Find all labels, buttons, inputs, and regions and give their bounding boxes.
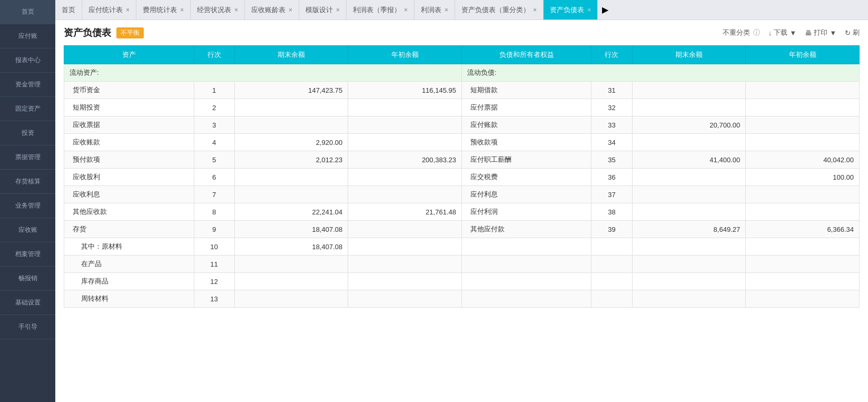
asset-name-cell: 应收利息 (64, 186, 194, 203)
refresh-label: 刷 (853, 28, 860, 37)
asset-name-cell: 预付款项 (64, 151, 194, 169)
header-actions: 不重分类 ⓘ ↓ 下载 ▼ 🖶 打印 ▼ ↻ 刷 (723, 28, 860, 37)
table-row: 其他应收款 8 22,241.04 21,761.48 应付利润 38 (64, 203, 860, 221)
liability-year-start-cell (746, 203, 860, 221)
sidebar-item-guide[interactable]: 手引导 (0, 315, 55, 339)
liability-period-end-cell: 8,649.27 (632, 221, 746, 238)
liability-year-start-cell (746, 238, 860, 256)
sidebar-item-home[interactable]: 首页 (0, 0, 55, 24)
tab-payable-stats[interactable]: 应付统计表 × (82, 0, 136, 20)
liability-period-end-cell: 20,700.00 (632, 116, 746, 134)
asset-name-cell: 库存商品 (64, 273, 194, 290)
tab-home[interactable]: 首页 (55, 0, 82, 20)
tab-business-status[interactable]: 经营状况表 × (191, 0, 245, 20)
liability-period-end-cell (632, 82, 746, 99)
download-btn[interactable]: ↓ 下载 ▼ (768, 28, 796, 37)
refresh-btn[interactable]: ↻ 刷 (845, 28, 860, 37)
asset-period-end-cell (234, 169, 348, 186)
sidebar-item-investment[interactable]: 投资 (0, 121, 55, 145)
liability-name-cell (461, 290, 591, 308)
th-row-num: 行次 (194, 46, 234, 64)
tab-expense-stats[interactable]: 费用统计表 × (136, 0, 191, 20)
asset-name-cell: 应收股利 (64, 169, 194, 186)
liability-row-num-cell: 38 (591, 203, 632, 221)
liability-row-num-cell: 32 (591, 99, 632, 116)
tab-balance-close[interactable]: × (587, 6, 591, 14)
tab-profit-quarterly[interactable]: 利润表（季报） × (347, 0, 415, 20)
tab-template-design-close[interactable]: × (336, 6, 340, 14)
tab-bar: 首页 应付统计表 × 费用统计表 × 经营状况表 × 应收账龄表 × 模版设计 … (55, 0, 868, 20)
tab-profit-close[interactable]: × (445, 6, 448, 14)
tab-expense-stats-close[interactable]: × (180, 6, 184, 14)
liability-year-start-cell (746, 82, 860, 99)
table-row: 短期投资 2 应付票据 32 (64, 99, 860, 116)
sidebar-item-fund[interactable]: 资金管理 (0, 73, 55, 97)
print-icon: 🖶 (805, 29, 812, 37)
tab-profit[interactable]: 利润表 × (415, 0, 455, 20)
th-liability: 负债和所有者权益 (461, 46, 591, 64)
th-period-end2: 期末余额 (632, 46, 746, 64)
sidebar-item-payable[interactable]: 应付账 (0, 24, 55, 48)
asset-row-num-cell: 9 (194, 221, 234, 238)
liability-year-start-cell: 40,042.00 (746, 151, 860, 169)
sidebar-item-report-center[interactable]: 报表中心 (0, 48, 55, 73)
liability-name-cell: 应付利润 (461, 203, 591, 221)
asset-name-cell: 在产品 (64, 256, 194, 273)
tab-balance-reclassify-label: 资产负债表（重分类） (461, 5, 530, 15)
sidebar-item-archive[interactable]: 档案管理 (0, 242, 55, 267)
page-title-area: 资产负债表 不平衡 (64, 26, 144, 39)
sidebar-item-business[interactable]: 业务管理 (0, 194, 55, 218)
tab-home-label: 首页 (62, 5, 75, 15)
report-table: 资产 行次 期末余额 年初余额 负债和所有者权益 行次 期末余额 年初余额 流动… (64, 45, 860, 308)
table-row: 应收账款 4 2,920.00 预收款项 34 (64, 134, 860, 151)
tab-scroll-right-arrow[interactable]: ▶ (598, 5, 613, 15)
sidebar-label-report-center: 报表中心 (15, 56, 41, 64)
liability-name-cell (461, 273, 591, 290)
asset-row-num-cell: 1 (194, 82, 234, 99)
sidebar-item-ticket[interactable]: 票据管理 (0, 145, 55, 170)
sidebar-item-receivable[interactable]: 应收账 (0, 218, 55, 242)
tab-business-status-close[interactable]: × (234, 6, 238, 14)
liability-name-cell: 短期借款 (461, 82, 591, 99)
th-year-start: 年初余额 (348, 46, 462, 64)
liability-period-end-cell (632, 256, 746, 273)
sidebar-item-sales[interactable]: 畅报销 (0, 267, 55, 291)
tab-balance-label: 资产负债表 (550, 5, 584, 15)
sidebar-label-business: 业务管理 (15, 202, 41, 209)
sidebar-label-receivable: 应收账 (18, 226, 37, 233)
liability-year-start-cell (746, 134, 860, 151)
print-btn[interactable]: 🖶 打印 ▼ (805, 28, 836, 37)
asset-year-start-cell (348, 273, 462, 290)
tab-payable-stats-close[interactable]: × (126, 6, 130, 14)
asset-period-end-cell: 18,407.08 (234, 221, 348, 238)
sidebar-item-fixed-asset[interactable]: 固定资产 (0, 97, 55, 121)
table-row: 货币资金 1 147,423.75 116,145.95 短期借款 31 (64, 82, 860, 99)
sidebar-item-inventory[interactable]: 存货核算 (0, 170, 55, 194)
tab-balance[interactable]: 资产负债表 × (544, 0, 598, 20)
print-label: 打印 (814, 28, 827, 37)
table-row: 库存商品 12 (64, 273, 860, 290)
tab-receivable-aging[interactable]: 应收账龄表 × (245, 0, 299, 20)
asset-year-start-cell (348, 169, 462, 186)
main-area: 首页 应付统计表 × 费用统计表 × 经营状况表 × 应收账龄表 × 模版设计 … (55, 0, 868, 402)
sidebar-label-ticket: 票据管理 (15, 153, 41, 161)
sidebar-label-payable: 应付账 (18, 32, 37, 40)
sidebar-label-home: 首页 (22, 8, 34, 15)
table-row: 在产品 11 (64, 256, 860, 273)
tab-template-design[interactable]: 模版设计 × (299, 0, 347, 20)
tab-receivable-aging-close[interactable]: × (289, 6, 292, 14)
liability-row-num-cell (591, 238, 632, 256)
unbalanced-badge: 不平衡 (116, 27, 144, 38)
asset-period-end-cell: 22,241.04 (234, 203, 348, 221)
th-period-end: 期末余额 (234, 46, 348, 64)
tab-balance-reclassify[interactable]: 资产负债表（重分类） × (455, 0, 544, 20)
table-row: 应收利息 7 应付利息 37 (64, 186, 860, 203)
sidebar-item-settings[interactable]: 基础设置 (0, 291, 55, 315)
sidebar-label-inventory: 存货核算 (15, 178, 41, 185)
asset-period-end-cell (234, 116, 348, 134)
sidebar-label-guide: 手引导 (18, 323, 37, 330)
tab-balance-reclassify-close[interactable]: × (533, 6, 537, 14)
no-reclassify-btn[interactable]: 不重分类 ⓘ (723, 28, 760, 37)
asset-row-num-cell: 12 (194, 273, 234, 290)
tab-profit-quarterly-close[interactable]: × (404, 6, 408, 14)
